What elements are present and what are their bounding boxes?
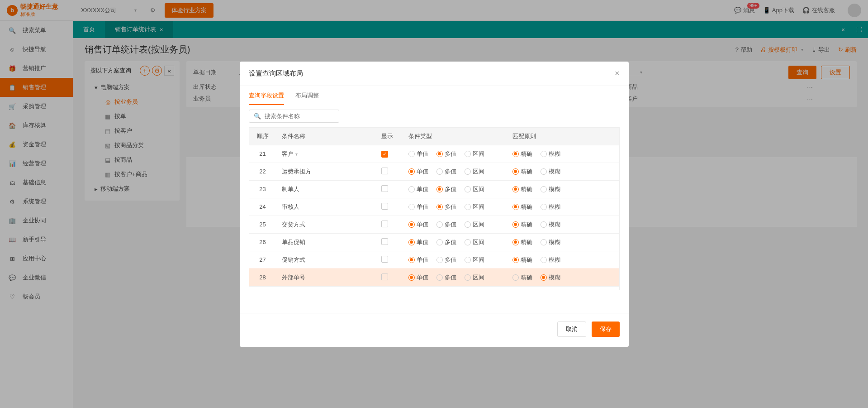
cell-name: 促销方式 (276, 251, 376, 269)
radio-type-multi[interactable]: 多值 (436, 203, 456, 211)
cell-match: 精确模糊 (507, 286, 619, 290)
cell-match: 精确模糊 (507, 198, 619, 216)
modal-overlay: 设置查询区域布局 × 查询字段设置 布局调整 🔍 顺序 条件名称 显示 条件类型 (0, 0, 868, 408)
cell-name: 制单人 (276, 180, 376, 198)
radio-icon (465, 186, 471, 192)
show-checkbox[interactable] (381, 238, 388, 245)
radio-type-single[interactable]: 单值 (408, 221, 428, 229)
show-checkbox[interactable] (381, 168, 388, 174)
radio-type-range[interactable]: 区间 (465, 256, 484, 264)
cell-show (376, 163, 403, 180)
radio-type-multi[interactable]: 多值 (436, 168, 456, 176)
radio-icon (541, 221, 547, 228)
cell-type: 单值多值区间 (403, 180, 507, 198)
radio-match-fuzzy[interactable]: 模糊 (541, 150, 560, 158)
radio-icon (465, 257, 471, 263)
radio-match-fuzzy[interactable]: 模糊 (541, 168, 560, 176)
radio-icon (436, 274, 443, 281)
show-checkbox[interactable] (381, 185, 388, 192)
cell-name: 来源应用 (276, 286, 376, 290)
cell-type: 单值多值区间 (403, 286, 507, 290)
cell-match: 精确模糊 (507, 145, 619, 163)
cell-match: 精确模糊 (507, 251, 619, 269)
radio-match-fuzzy[interactable]: 模糊 (541, 256, 560, 264)
search-input[interactable] (265, 113, 341, 120)
radio-type-multi[interactable]: 多值 (436, 274, 456, 282)
radio-type-single[interactable]: 单值 (408, 203, 428, 211)
cell-order: 26 (249, 233, 276, 251)
th-name: 条件名称 (276, 128, 376, 145)
radio-match-exact[interactable]: 精确 (512, 238, 532, 246)
cell-order: 22 (249, 163, 276, 180)
radio-type-single[interactable]: 单值 (408, 238, 428, 246)
radio-icon (465, 239, 471, 245)
radio-match-exact[interactable]: 精确 (512, 203, 532, 211)
radio-icon (436, 186, 443, 192)
tab-field-settings[interactable]: 查询字段设置 (249, 91, 284, 105)
radio-icon (512, 151, 519, 157)
radio-match-fuzzy[interactable]: 模糊 (541, 221, 560, 229)
show-checkbox[interactable] (381, 221, 388, 227)
radio-type-single[interactable]: 单值 (408, 274, 428, 282)
show-checkbox[interactable] (381, 203, 388, 210)
save-button[interactable]: 保存 (592, 322, 620, 337)
cell-type: 单值多值区间 (403, 163, 507, 180)
cell-show (376, 286, 403, 290)
radio-type-range[interactable]: 区间 (465, 203, 484, 211)
cell-show (376, 269, 403, 286)
radio-type-range[interactable]: 区间 (465, 168, 484, 176)
radio-type-single[interactable]: 单值 (408, 168, 428, 176)
radio-type-multi[interactable]: 多值 (436, 238, 456, 246)
cell-match: 精确模糊 (507, 163, 619, 180)
th-order: 顺序 (249, 128, 276, 145)
radio-match-exact[interactable]: 精确 (512, 185, 532, 193)
cell-order: 25 (249, 216, 276, 233)
radio-type-single[interactable]: 单值 (408, 256, 428, 264)
cell-name: 单品促销 (276, 233, 376, 251)
radio-match-fuzzy[interactable]: 模糊 (541, 274, 560, 282)
radio-match-exact[interactable]: 精确 (512, 221, 532, 229)
close-icon[interactable]: × (615, 69, 620, 78)
radio-type-multi[interactable]: 多值 (436, 185, 456, 193)
radio-type-range[interactable]: 区间 (465, 150, 484, 158)
radio-icon (408, 274, 415, 281)
radio-match-exact[interactable]: 精确 (512, 256, 532, 264)
radio-type-range[interactable]: 区间 (465, 221, 484, 229)
table-row: 25交货方式单值多值区间精确模糊 (249, 216, 619, 233)
cell-order: 29 (249, 286, 276, 290)
show-checkbox[interactable]: ✓ (381, 151, 388, 158)
radio-match-fuzzy[interactable]: 模糊 (541, 203, 560, 211)
radio-type-single[interactable]: 单值 (408, 185, 428, 193)
radio-match-fuzzy[interactable]: 模糊 (541, 238, 560, 246)
radio-type-single[interactable]: 单值 (408, 150, 428, 158)
radio-icon (541, 186, 547, 192)
radio-icon (408, 221, 415, 228)
search-field-wrapper: 🔍 (249, 110, 339, 123)
radio-type-multi[interactable]: 多值 (436, 256, 456, 264)
tab-layout-adjust[interactable]: 布局调整 (295, 91, 319, 105)
radio-type-multi[interactable]: 多值 (436, 150, 456, 158)
cell-order: 28 (249, 269, 276, 286)
radio-type-range[interactable]: 区间 (465, 238, 484, 246)
layout-settings-modal: 设置查询区域布局 × 查询字段设置 布局调整 🔍 顺序 条件名称 显示 条件类型 (240, 62, 629, 347)
show-checkbox[interactable] (381, 274, 388, 280)
radio-match-exact[interactable]: 精确 (512, 168, 532, 176)
cancel-button[interactable]: 取消 (557, 322, 586, 337)
radio-type-range[interactable]: 区间 (465, 185, 484, 193)
radio-match-exact[interactable]: 精确 (512, 150, 532, 158)
cell-name: 外部单号 (276, 269, 376, 286)
cell-type: 单值多值区间 (403, 251, 507, 269)
radio-icon (512, 168, 519, 175)
cell-type: 单值多值区间 (403, 269, 507, 286)
cell-show (376, 216, 403, 233)
radio-icon (465, 274, 471, 281)
cell-name: 审核人 (276, 198, 376, 216)
radio-match-exact[interactable]: 精确 (512, 274, 532, 282)
radio-type-multi[interactable]: 多值 (436, 221, 456, 229)
table-row: 29来源应用单值多值区间精确模糊 (249, 286, 619, 290)
show-checkbox[interactable] (381, 256, 388, 263)
radio-type-range[interactable]: 区间 (465, 274, 484, 282)
radio-match-fuzzy[interactable]: 模糊 (541, 185, 560, 193)
chevron-down-icon[interactable]: ▾ (295, 152, 298, 157)
cell-match: 精确模糊 (507, 233, 619, 251)
